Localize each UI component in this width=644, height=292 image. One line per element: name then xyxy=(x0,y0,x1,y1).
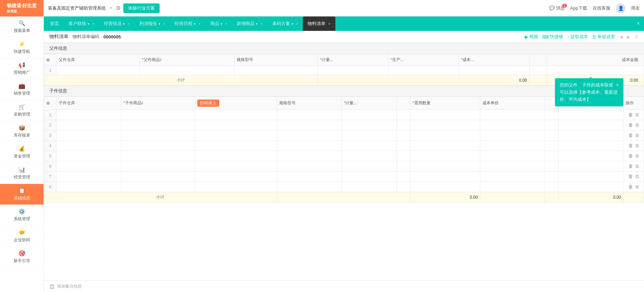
child-cell-goods-6[interactable] xyxy=(121,161,195,172)
tab-goods-close[interactable]: × xyxy=(225,22,227,26)
child-cell-unit-6[interactable] xyxy=(342,161,396,172)
child-cell-unitcost-6[interactable] xyxy=(480,161,545,172)
child-cell-warehouse-4[interactable] xyxy=(57,141,121,151)
child-cell-qty-1[interactable] xyxy=(410,110,480,120)
tab-bom[interactable]: 物料清单 × xyxy=(303,16,335,31)
child-cell-warehouse-2[interactable] xyxy=(57,120,121,130)
child-cell-qty-5[interactable] xyxy=(410,151,480,161)
copy-btn-1[interactable]: ⧉ xyxy=(635,112,639,117)
scan-btn[interactable]: 扫码录入 xyxy=(197,100,219,107)
child-cell-goods-3[interactable] xyxy=(121,130,195,141)
child-cell-warehouse-7[interactable] xyxy=(57,172,121,182)
child-cell-qty-4[interactable] xyxy=(410,141,480,151)
copy-btn-7[interactable]: ⧉ xyxy=(635,174,639,179)
parent-col-gear[interactable]: ⚙ xyxy=(44,54,57,66)
tab-profit[interactable]: 利润报告 ▾ × xyxy=(135,16,170,31)
child-cell-unitcost-5[interactable] xyxy=(480,151,545,161)
tab-barcode[interactable]: 条码方案 ▾ × xyxy=(268,16,303,31)
shortcut-action[interactable]: ⌨ 快捷键 xyxy=(542,34,563,40)
sidebar-item-finance[interactable]: 💰 资金管理 xyxy=(0,142,44,163)
trial-btn[interactable]: 体验行业方案 xyxy=(123,3,160,13)
child-cell-scan-4[interactable] xyxy=(195,141,277,151)
delete-btn-1[interactable]: 🗑 xyxy=(628,112,633,117)
next-btn[interactable]: ▶ xyxy=(627,34,630,39)
child-cell-goods-2[interactable] xyxy=(121,120,195,130)
parent-cell-warehouse[interactable] xyxy=(57,66,140,75)
parent-cell-produce[interactable] xyxy=(388,66,459,75)
menu-btn[interactable]: ☰ xyxy=(634,34,639,39)
child-cell-spec-6[interactable] xyxy=(277,161,342,172)
child-cell-goods-5[interactable] xyxy=(121,151,195,161)
child-cell-unit-7[interactable] xyxy=(342,172,396,182)
delete-btn-8[interactable]: 🗑 xyxy=(628,184,633,189)
copy-btn-4[interactable]: ⧉ xyxy=(635,143,639,148)
copy-btn-8[interactable]: ⧉ xyxy=(635,184,639,189)
extract-cost-action[interactable]: ↑ 提取成本 xyxy=(567,34,589,40)
child-cell-scan-8[interactable] xyxy=(195,182,277,192)
delete-btn-3[interactable]: 🗑 xyxy=(628,132,633,138)
child-cell-scan-2[interactable] xyxy=(195,120,277,130)
tooltip-close-btn[interactable]: × xyxy=(616,82,619,89)
delete-btn-7[interactable]: 🗑 xyxy=(628,174,633,179)
copy-btn-5[interactable]: ⧉ xyxy=(635,153,639,159)
sidebar-item-inventory[interactable]: 📦 库存核算 xyxy=(0,121,44,142)
message-badge[interactable]: 💬 消息 6 xyxy=(549,5,565,11)
delete-btn-4[interactable]: 🗑 xyxy=(628,143,633,148)
child-cell-unit-3[interactable] xyxy=(342,130,396,141)
username[interactable]: 用友 xyxy=(631,5,640,11)
sidebar-item-purchase[interactable]: 🛒 采购管理 xyxy=(0,100,44,121)
child-cell-scan-5[interactable] xyxy=(195,151,277,161)
child-cell-unitcost-3[interactable] xyxy=(480,130,545,141)
child-cell-spec-8[interactable] xyxy=(277,182,342,192)
child-cell-spec-1[interactable] xyxy=(277,110,342,120)
copy-btn-6[interactable]: ⧉ xyxy=(635,163,639,169)
child-cell-qty-6[interactable] xyxy=(410,161,480,172)
delete-btn-2[interactable]: 🗑 xyxy=(628,122,633,128)
child-cell-goods-1[interactable] xyxy=(121,110,195,120)
tab-bizstatus[interactable]: 经营情况 ▾ × xyxy=(99,16,134,31)
delete-btn-6[interactable]: 🗑 xyxy=(628,163,633,169)
delete-btn-5[interactable]: 🗑 xyxy=(628,153,633,159)
parent-cell-goods[interactable] xyxy=(139,66,234,75)
child-cell-unitcost-8[interactable] xyxy=(480,182,545,192)
child-cell-qty-3[interactable] xyxy=(410,130,480,141)
view-action[interactable]: ▶ 视频 xyxy=(525,34,538,40)
tab-profit-close[interactable]: × xyxy=(163,22,165,26)
child-cell-spec-4[interactable] xyxy=(277,141,342,151)
child-cell-qty-7[interactable] xyxy=(410,172,480,182)
child-cell-spec-7[interactable] xyxy=(277,172,342,182)
child-cell-scan-6[interactable] xyxy=(195,161,277,172)
sidebar-item-system[interactable]: ⚙️ 系统管理 xyxy=(0,205,44,226)
sidebar-item-search[interactable]: 🔍 搜索菜单 xyxy=(0,16,44,37)
child-cell-unit-5[interactable] xyxy=(342,151,396,161)
child-col-scan[interactable]: 扫码录入 xyxy=(195,97,277,110)
child-cell-spec-2[interactable] xyxy=(277,120,342,130)
child-cell-warehouse-3[interactable] xyxy=(57,130,121,141)
child-cell-goods-7[interactable] xyxy=(121,172,195,182)
child-cell-unit-1[interactable] xyxy=(342,110,396,120)
app-download[interactable]: App下载 xyxy=(570,5,587,11)
tab-goods[interactable]: 商品 ▾ × xyxy=(206,16,232,31)
tab-barcode-close[interactable]: × xyxy=(296,22,298,26)
settings-icon[interactable]: ⚙ xyxy=(116,5,121,11)
sidebar-item-operations[interactable]: 📊 经营管理 xyxy=(0,163,44,184)
child-cell-unit-4[interactable] xyxy=(342,141,396,151)
sidebar-item-sales[interactable]: 💼 销售管理 xyxy=(0,79,44,100)
child-cell-unitcost-1[interactable] xyxy=(480,110,545,120)
parent-cell-cost[interactable] xyxy=(459,66,529,75)
child-cell-scan-7[interactable] xyxy=(195,172,277,182)
child-cell-warehouse-6[interactable] xyxy=(57,161,121,172)
sidebar-item-quicknav[interactable]: ⚡ 快捷导航 xyxy=(0,37,44,58)
child-col-gear[interactable]: ⚙ xyxy=(44,97,57,110)
sidebar-item-corp[interactable]: 🤝 企业协同 xyxy=(0,226,44,247)
child-cell-unitcost-2[interactable] xyxy=(480,120,545,130)
tab-customer-close[interactable]: × xyxy=(92,22,94,26)
child-cell-spec-5[interactable] xyxy=(277,151,342,161)
child-cell-unitcost-7[interactable] xyxy=(480,172,545,182)
parent-cell-spec[interactable] xyxy=(235,66,318,75)
child-cell-unitcost-4[interactable] xyxy=(480,141,545,151)
child-cell-spec-3[interactable] xyxy=(277,130,342,141)
tab-bizhistory-close[interactable]: × xyxy=(198,22,200,26)
tab-newgoods-close[interactable]: × xyxy=(260,22,262,26)
child-cell-scan-3[interactable] xyxy=(195,130,277,141)
